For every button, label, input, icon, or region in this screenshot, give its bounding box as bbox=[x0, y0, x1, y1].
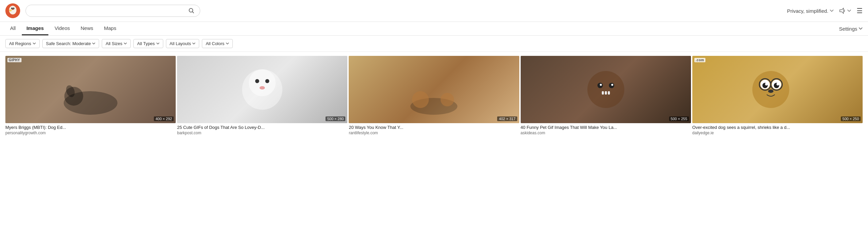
tab-videos[interactable]: Videos bbox=[50, 22, 74, 35]
svg-rect-29 bbox=[604, 91, 607, 94]
svg-point-8 bbox=[9, 9, 12, 11]
privacy-button[interactable]: Privacy, simplified. bbox=[787, 8, 834, 14]
image-title-1: Myers Briggs (MBTI): Dog Ed... bbox=[5, 125, 176, 130]
filters-bar: All Regions Safe Search: Moderate All Si… bbox=[0, 36, 868, 52]
image-source-5: dailyedge.ie bbox=[692, 131, 863, 135]
svg-point-22 bbox=[441, 93, 454, 106]
image-card-5[interactable]: .com 500 × 250 Over-excited dog sees a s… bbox=[692, 56, 863, 135]
image-source-3: rantlifestyle.com bbox=[349, 131, 519, 135]
svg-point-27 bbox=[611, 84, 613, 86]
header: dog gif Privacy, simplified. ☰ bbox=[0, 0, 868, 22]
svg-point-9 bbox=[189, 8, 193, 12]
duckduckgo-logo[interactable] bbox=[5, 3, 20, 18]
nav-tabs: All Images Videos News Maps Settings bbox=[0, 22, 868, 36]
image-card-2[interactable]: 500 × 280 25 Cute GIFs of Dogs That Are … bbox=[177, 56, 347, 135]
filter-layouts-label: All Layouts bbox=[169, 41, 191, 46]
svg-marker-11 bbox=[840, 8, 843, 13]
privacy-label: Privacy, simplified. bbox=[787, 8, 828, 14]
svg-point-17 bbox=[255, 79, 259, 83]
svg-point-18 bbox=[266, 79, 270, 83]
image-source-4: askideas.com bbox=[521, 131, 691, 135]
filter-colors-label: All Colors bbox=[206, 41, 224, 46]
svg-line-10 bbox=[192, 12, 194, 13]
image-title-5: Over-excited dog sees a squirrel, shriek… bbox=[692, 125, 863, 130]
image-container-5[interactable]: .com 500 × 250 bbox=[692, 56, 863, 123]
svg-rect-28 bbox=[601, 91, 603, 94]
image-card-3[interactable]: 402 × 317 20 Ways You Know That Y... ran… bbox=[349, 56, 519, 135]
image-source-2: barkpost.com bbox=[177, 131, 347, 135]
svg-point-6 bbox=[13, 8, 14, 9]
svg-point-26 bbox=[599, 84, 601, 86]
image-card-4[interactable]: 500 × 255 40 Funny Pet Gif Images That W… bbox=[521, 56, 691, 135]
image-title-3: 20 Ways You Know That Y... bbox=[349, 125, 519, 130]
svg-point-19 bbox=[260, 86, 265, 89]
image-badge-5: .com bbox=[694, 58, 705, 62]
image-badge-1: GIPHY bbox=[7, 58, 22, 62]
filter-safe-search-label: Safe Search: Moderate bbox=[46, 41, 91, 46]
image-dimensions-3: 402 × 317 bbox=[497, 116, 517, 121]
image-source-1: personalitygrowth.com bbox=[5, 131, 176, 135]
search-button[interactable] bbox=[188, 8, 194, 14]
svg-point-36 bbox=[765, 83, 768, 85]
image-dimensions-5: 500 × 250 bbox=[841, 116, 861, 121]
image-container-2[interactable]: 500 × 280 bbox=[177, 56, 347, 123]
svg-point-5 bbox=[12, 8, 12, 9]
image-container-3[interactable]: 402 × 317 bbox=[349, 56, 519, 123]
image-dimensions-1: 400 × 292 bbox=[154, 116, 174, 121]
header-right: Privacy, simplified. ☰ bbox=[787, 7, 863, 15]
image-dimensions-4: 500 × 255 bbox=[669, 116, 689, 121]
image-dimensions-2: 500 × 280 bbox=[326, 116, 345, 121]
menu-button[interactable]: ☰ bbox=[857, 7, 863, 15]
image-grid: GIPHY 400 × 292 Myers Briggs (MBTI): Dog… bbox=[0, 52, 868, 139]
filter-regions-label: All Regions bbox=[9, 41, 31, 46]
svg-rect-30 bbox=[608, 91, 610, 94]
speaker-button[interactable] bbox=[839, 8, 851, 14]
filter-sizes[interactable]: All Sizes bbox=[102, 39, 131, 48]
filter-types[interactable]: All Types bbox=[133, 39, 163, 48]
tab-all[interactable]: All bbox=[5, 22, 21, 35]
filter-types-label: All Types bbox=[137, 41, 155, 46]
svg-point-38 bbox=[768, 89, 773, 93]
tab-images[interactable]: Images bbox=[22, 22, 49, 35]
settings-button[interactable]: Settings bbox=[839, 26, 863, 32]
image-card-1[interactable]: GIPHY 400 × 292 Myers Briggs (MBTI): Dog… bbox=[5, 56, 176, 135]
image-title-4: 40 Funny Pet Gif Images That Will Make Y… bbox=[521, 125, 691, 130]
filter-safe-search[interactable]: Safe Search: Moderate bbox=[42, 39, 99, 48]
settings-label: Settings bbox=[839, 26, 857, 32]
filter-sizes-label: All Sizes bbox=[105, 41, 122, 46]
search-input[interactable]: dog gif bbox=[31, 8, 188, 14]
filter-colors[interactable]: All Colors bbox=[202, 39, 233, 48]
image-container-1[interactable]: GIPHY 400 × 292 bbox=[5, 56, 176, 123]
svg-point-16 bbox=[249, 69, 276, 96]
tab-news[interactable]: News bbox=[76, 22, 98, 35]
svg-point-7 bbox=[12, 9, 14, 10]
search-bar[interactable]: dog gif bbox=[26, 5, 200, 17]
svg-point-21 bbox=[412, 91, 429, 108]
filter-regions[interactable]: All Regions bbox=[5, 39, 40, 48]
tab-maps[interactable]: Maps bbox=[99, 22, 121, 35]
image-title-2: 25 Cute GIFs of Dogs That Are So Lovey-D… bbox=[177, 125, 347, 130]
image-container-4[interactable]: 500 × 255 bbox=[521, 56, 691, 123]
filter-layouts[interactable]: All Layouts bbox=[166, 39, 199, 48]
svg-point-37 bbox=[776, 83, 779, 85]
svg-point-23 bbox=[587, 71, 624, 108]
